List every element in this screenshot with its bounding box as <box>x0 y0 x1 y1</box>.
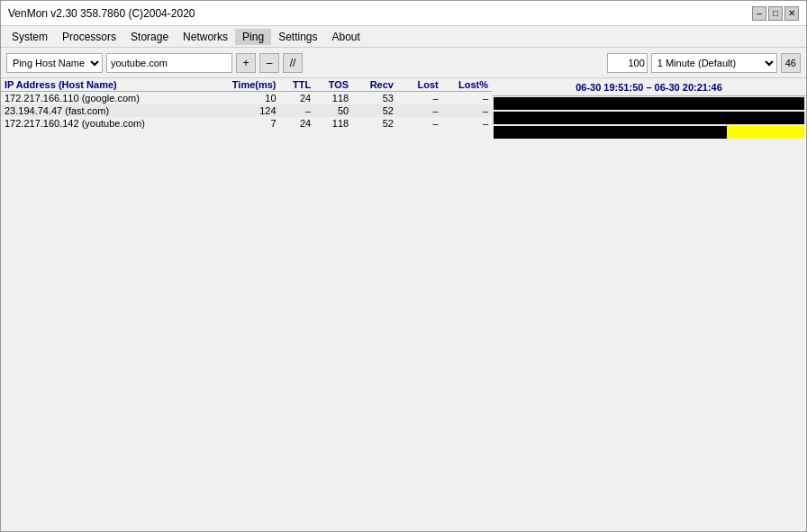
col-header-lostpct: Lost% <box>442 78 492 92</box>
graph-row <box>492 96 806 111</box>
table-row: 172.217.166.110 (google.com)102411853–– <box>1 92 492 105</box>
toolbar: Ping Host Name + – // 1 Minute (Default)… <box>1 48 806 78</box>
graph-row <box>492 111 806 125</box>
host-type-select[interactable]: Ping Host Name <box>6 53 103 73</box>
data-table-section: IP Address (Host Name) Time(ms) TTL TOS … <box>1 78 492 531</box>
count-input[interactable] <box>607 53 648 73</box>
interval-select[interactable]: 1 Minute (Default) <box>651 53 777 73</box>
col-header-time: Time(ms) <box>215 78 280 92</box>
menu-processors[interactable]: Processors <box>55 29 123 45</box>
close-button[interactable]: ✕ <box>784 6 799 21</box>
menu-networks[interactable]: Networks <box>176 29 235 45</box>
col-header-recv: Recv <box>352 78 397 92</box>
table-row: 23.194.74.47 (fast.com)124–5052–– <box>1 104 492 117</box>
graph-bar-container <box>494 112 804 124</box>
add-host-button[interactable]: + <box>236 53 256 73</box>
title-controls: – □ ✕ <box>752 6 799 21</box>
graph-time-range: 06-30 19:51:50 – 06-30 20:21:46 <box>492 78 806 96</box>
pause-button[interactable]: // <box>283 53 303 73</box>
ping-table: IP Address (Host Name) Time(ms) TTL TOS … <box>1 78 492 130</box>
maximize-button[interactable]: □ <box>768 6 783 21</box>
menu-about[interactable]: About <box>324 29 367 45</box>
menu-system[interactable]: System <box>5 29 55 45</box>
graph-bar-yellow <box>727 126 804 139</box>
menu-bar: System Processors Storage Networks Ping … <box>1 26 806 48</box>
col-header-ttl: TTL <box>280 78 315 92</box>
menu-storage[interactable]: Storage <box>123 29 176 45</box>
main-window: VenMon v2.30 358.7860 (C)2004-2020 – □ ✕… <box>0 0 807 532</box>
graph-bar-container <box>494 126 804 139</box>
host-input[interactable] <box>106 53 232 73</box>
menu-settings[interactable]: Settings <box>271 29 324 45</box>
minimize-button[interactable]: – <box>752 6 766 21</box>
title-bar: VenMon v2.30 358.7860 (C)2004-2020 – □ ✕ <box>1 1 806 26</box>
table-row: 172.217.160.142 (youtube.com)72411852–– <box>1 117 492 130</box>
graph-bar-container <box>494 97 804 110</box>
menu-ping[interactable]: Ping <box>235 29 271 45</box>
col-header-tos: TOS <box>314 78 352 92</box>
remove-host-button[interactable]: – <box>259 53 279 73</box>
window-title: VenMon v2.30 358.7860 (C)2004-2020 <box>8 7 195 20</box>
col-header-lost: Lost <box>397 78 442 92</box>
graph-section: 06-30 19:51:50 – 06-30 20:21:46 <box>492 78 806 531</box>
graph-row <box>492 125 806 140</box>
elapsed-count: 46 <box>781 53 801 73</box>
main-content: IP Address (Host Name) Time(ms) TTL TOS … <box>1 78 806 531</box>
graph-rows <box>492 96 806 531</box>
col-header-ip: IP Address (Host Name) <box>1 78 215 92</box>
